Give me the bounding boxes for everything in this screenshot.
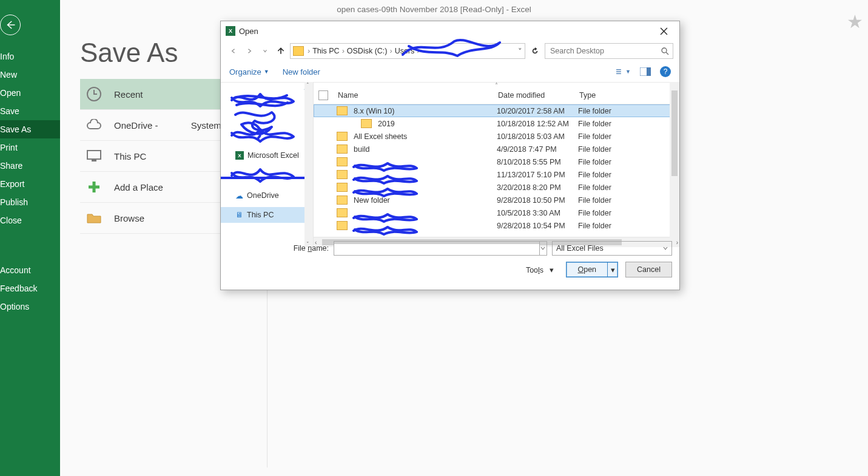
- close-icon: [660, 27, 668, 35]
- help-button[interactable]: ?: [660, 66, 671, 77]
- file-type-filter[interactable]: All Excel Files: [552, 241, 672, 256]
- window-title: open cases-09th November 2018 [Read-Only…: [0, 5, 868, 14]
- file-name: build: [354, 145, 497, 154]
- col-type[interactable]: Type: [579, 91, 679, 100]
- file-pane: ˄ Name Date modified Type 8.x (Win 10)10…: [314, 82, 679, 247]
- address-bar[interactable]: › This PC› OSDisk (C:)› Users› ˅: [290, 43, 525, 59]
- backstage-item-print[interactable]: Print: [0, 138, 60, 157]
- nav-item-label: This PC: [247, 211, 274, 219]
- file-date: 9/28/2018 10:50 PM: [497, 196, 578, 205]
- view-mode-button[interactable]: ▼: [616, 66, 631, 78]
- file-type: File folder: [578, 158, 611, 166]
- nav-item[interactable]: 🖥This PC: [221, 207, 313, 223]
- backstage-item-publish[interactable]: Publish: [0, 193, 60, 211]
- nav-back-button[interactable]: [227, 44, 240, 58]
- file-row[interactable]: 11/13/2017 5:10 PMFile folder: [314, 168, 679, 181]
- nav-item[interactable]: XMicrosoft Excel: [221, 148, 313, 163]
- svg-rect-6: [616, 73, 621, 74]
- close-button[interactable]: [653, 23, 675, 39]
- file-row[interactable]: 10/5/2018 3:30 AMFile folder: [314, 206, 679, 219]
- plus-icon: [85, 178, 103, 196]
- file-row[interactable]: build4/9/2018 7:47 PMFile folder: [314, 143, 679, 155]
- file-date: 10/18/2018 12:52 AM: [497, 120, 578, 128]
- file-type: File folder: [578, 222, 611, 230]
- file-type: File folder: [578, 120, 611, 128]
- preview-pane-button[interactable]: [638, 66, 653, 78]
- svg-rect-1: [87, 151, 101, 159]
- filename-dropdown-icon[interactable]: [539, 242, 547, 255]
- tools-button[interactable]: Tools ▾: [526, 265, 554, 274]
- nav-up-button[interactable]: [274, 44, 288, 58]
- file-date: 9/28/2018 10:54 PM: [497, 222, 578, 230]
- backstage-item-export[interactable]: Export: [0, 175, 60, 193]
- file-row[interactable]: All Excel sheets10/18/2018 5:03 AMFile f…: [314, 130, 679, 143]
- nav-item[interactable]: [221, 128, 313, 144]
- col-date[interactable]: Date modified: [498, 91, 579, 100]
- location-label: Recent: [114, 89, 143, 100]
- file-date: 10/18/2018 5:03 AM: [497, 132, 578, 141]
- pc-icon: [85, 147, 103, 165]
- location-label: This PC: [114, 151, 146, 162]
- vertical-scrollbar[interactable]: [670, 82, 679, 237]
- filename-input[interactable]: [334, 244, 539, 253]
- select-all-checkbox[interactable]: [318, 90, 328, 100]
- nav-item[interactable]: ☁OneDrive: [221, 188, 313, 203]
- new-folder-button[interactable]: New folder: [283, 67, 320, 76]
- folder-icon: [337, 157, 348, 166]
- file-date: 11/13/2017 5:10 PM: [497, 171, 578, 179]
- nav-forward-button[interactable]: [243, 44, 256, 58]
- backstage-item-close[interactable]: Close: [0, 211, 60, 229]
- file-date: 4/9/2018 7:47 PM: [497, 145, 578, 154]
- organize-button[interactable]: Organize ▼: [229, 67, 269, 76]
- location-label: Add a Place: [114, 182, 163, 192]
- open-button[interactable]: Open ▾: [566, 262, 618, 277]
- nav-item-label: Microsoft Excel: [247, 151, 299, 160]
- back-button[interactable]: [0, 15, 21, 35]
- file-name: All Excel sheets: [354, 132, 497, 141]
- cancel-button[interactable]: Cancel: [625, 262, 672, 277]
- search-input[interactable]: [549, 46, 648, 56]
- file-name: 2019: [378, 120, 497, 128]
- backstage-item-account[interactable]: Account: [0, 261, 60, 279]
- backstage-item-share[interactable]: Share: [0, 157, 60, 175]
- nav-item-label: OneDrive: [247, 191, 279, 200]
- backstage-item-open[interactable]: Open: [0, 84, 60, 102]
- folder-icon: [337, 221, 348, 230]
- col-name[interactable]: Name: [338, 91, 498, 100]
- file-type: File folder: [578, 145, 611, 154]
- backstage-item-options[interactable]: Options: [0, 298, 60, 316]
- backstage-item-info[interactable]: Info: [0, 47, 60, 66]
- nav-pane: 📌 XMicrosoft Excel☁OneDrive🖥This PC˄˅: [221, 82, 314, 247]
- filename-field[interactable]: [334, 241, 547, 256]
- file-row[interactable]: 201910/18/2018 12:52 AMFile folder: [314, 117, 679, 130]
- nav-scrollbar[interactable]: ˄˅: [304, 82, 313, 247]
- clock-icon: [85, 85, 103, 103]
- file-row[interactable]: 8/10/2018 5:55 PMFile folder: [314, 155, 679, 168]
- refresh-button[interactable]: [528, 44, 542, 58]
- address-dropdown-icon[interactable]: ˅: [518, 47, 522, 56]
- nav-item[interactable]: [221, 168, 313, 184]
- backstage-item-save[interactable]: Save: [0, 102, 60, 120]
- file-row[interactable]: New folder9/28/2018 10:50 PMFile folder: [314, 194, 679, 206]
- file-row[interactable]: 8.x (Win 10)10/20/2017 2:58 AMFile folde…: [314, 104, 679, 117]
- backstage-item-new[interactable]: New: [0, 66, 60, 84]
- file-row[interactable]: 3/20/2018 8:20 PMFile folder: [314, 181, 679, 194]
- open-dropdown-icon[interactable]: ▾: [608, 265, 617, 274]
- nav-recent-button[interactable]: [258, 44, 272, 58]
- file-type: File folder: [578, 107, 611, 115]
- folder-icon: [337, 132, 348, 141]
- folder-icon: [337, 170, 348, 179]
- sort-indicator-icon: ˄: [314, 82, 679, 87]
- search-box[interactable]: [545, 43, 673, 59]
- nav-item[interactable]: [221, 93, 313, 109]
- crumb[interactable]: This PC: [312, 47, 339, 55]
- file-name: New folder: [354, 196, 497, 205]
- svg-rect-5: [616, 71, 621, 72]
- file-row[interactable]: 9/28/2018 10:54 PMFile folder: [314, 219, 679, 232]
- folder-icon: [293, 46, 304, 56]
- crumb[interactable]: OSDisk (C:): [347, 47, 388, 55]
- filename-label: File name:: [228, 244, 329, 253]
- backstage-item-save-as[interactable]: Save As: [0, 120, 60, 138]
- backstage-item-feedback[interactable]: Feedback: [0, 279, 60, 298]
- crumb[interactable]: Users: [395, 47, 415, 55]
